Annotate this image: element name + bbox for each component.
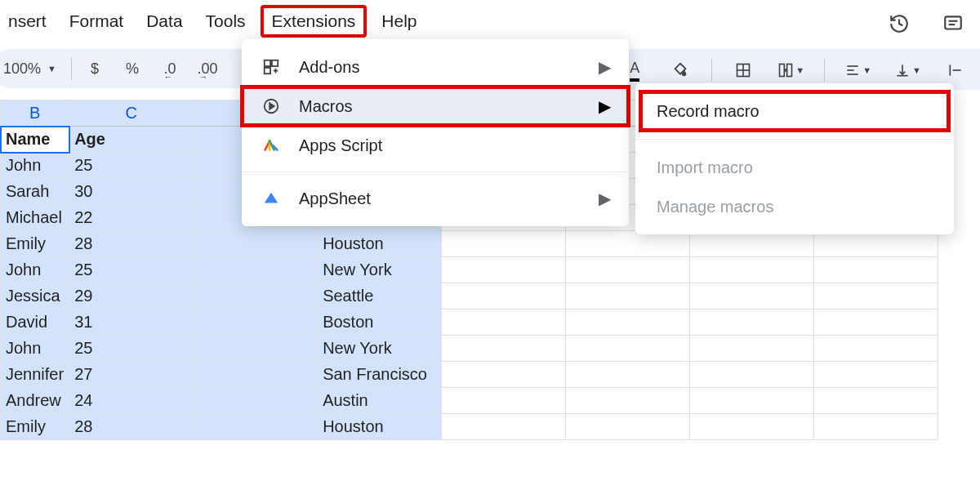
table-row[interactable]: John25New York [1,336,938,362]
column-header-c[interactable]: C [69,100,194,127]
cell[interactable]: Andrew [1,388,69,414]
cell[interactable] [690,336,814,362]
cell[interactable] [194,388,318,414]
column-header-b[interactable]: B [1,100,69,127]
menu-insert[interactable]: nsert [0,8,55,34]
cell[interactable] [566,362,690,388]
cell[interactable]: New York [318,336,442,362]
decrease-decimal-button[interactable]: .0← [155,54,185,83]
cell[interactable] [690,310,814,336]
cell[interactable]: New York [318,257,442,283]
table-row[interactable]: Emily28Houston [1,231,938,257]
format-percent-button[interactable]: % [118,54,147,83]
table-row[interactable]: John25New York [1,257,938,283]
table-row[interactable]: Jennifer27San Francisco [1,362,938,388]
table-row[interactable]: Jessica29Seattle [1,283,938,310]
cell[interactable]: Austin [318,388,442,414]
cell[interactable]: 25 [69,153,194,179]
cell[interactable] [814,231,938,257]
vertical-align-button[interactable]: ▼ [891,56,924,85]
borders-button[interactable] [728,56,758,85]
format-currency-button[interactable]: $ [80,54,109,83]
cell[interactable] [442,388,566,414]
cell[interactable]: Age [69,127,194,153]
cell[interactable] [194,362,318,388]
horizontal-align-button[interactable]: ▼ [841,56,875,85]
cell[interactable] [442,362,566,388]
table-row[interactable]: David31Boston [1,310,938,336]
cell[interactable]: David [1,310,69,336]
fill-color-button[interactable] [666,56,695,85]
menu-data[interactable]: Data [138,8,190,34]
cell[interactable]: 25 [69,336,194,362]
cell[interactable]: Houston [318,231,442,257]
zoom-dropdown[interactable]: 100% ▼ [0,54,63,83]
cell[interactable]: Jessica [1,283,69,310]
menu-item-appsheet[interactable]: AppSheet ▶ [242,179,629,218]
cell[interactable]: John [1,257,69,283]
cell[interactable] [566,336,690,362]
cell[interactable] [690,283,814,310]
cell[interactable]: 25 [69,257,194,283]
cell[interactable] [442,231,566,257]
cell[interactable]: 27 [69,362,194,388]
menu-tools[interactable]: Tools [198,8,254,34]
cell[interactable]: Name [1,127,69,153]
cell[interactable]: Boston [318,310,442,336]
submenu-record-macro[interactable]: Record macro [635,91,954,131]
increase-decimal-button[interactable]: .00→ [193,54,222,83]
cell[interactable] [690,231,814,257]
menu-help[interactable]: Help [373,8,425,34]
cell[interactable] [442,336,566,362]
cell[interactable] [194,336,318,362]
cell[interactable] [690,257,814,283]
cell[interactable] [690,362,814,388]
text-wrap-button[interactable] [941,56,970,85]
cell[interactable] [442,257,566,283]
cell[interactable]: 29 [69,283,194,310]
table-row[interactable]: Andrew24Austin [1,388,938,414]
cell[interactable] [566,310,690,336]
cell[interactable]: 28 [69,231,194,257]
cell[interactable] [566,257,690,283]
cell[interactable] [194,257,318,283]
comment-icon[interactable] [942,13,964,34]
cell[interactable]: 24 [69,388,194,414]
cell[interactable] [814,336,938,362]
cell[interactable] [566,414,690,440]
cell[interactable]: John [1,153,69,179]
cell[interactable] [442,283,566,310]
cell[interactable] [814,362,938,388]
cell[interactable] [814,310,938,336]
cell[interactable] [814,388,938,414]
cell[interactable]: Jennifer [1,362,69,388]
cell[interactable] [566,283,690,310]
cell[interactable]: Emily [1,414,69,440]
cell[interactable]: Michael [1,205,69,231]
cell[interactable] [814,283,938,310]
menu-extensions[interactable]: Extensions [261,5,368,38]
cell[interactable] [690,388,814,414]
cell[interactable] [814,414,938,440]
cell[interactable] [566,388,690,414]
cell[interactable]: 28 [69,414,194,440]
merge-cells-button[interactable]: ▼ [774,56,808,85]
cell[interactable]: Emily [1,231,69,257]
cell[interactable]: Sarah [1,179,69,205]
menu-item-addons[interactable]: Add-ons ▶ [242,47,629,87]
cell[interactable] [442,414,566,440]
cell[interactable]: Seattle [318,283,442,310]
cell[interactable]: 22 [69,205,194,231]
table-row[interactable]: Emily28Houston [1,414,938,440]
cell[interactable]: Houston [318,414,442,440]
menu-item-apps-script[interactable]: Apps Script [242,126,629,165]
cell[interactable] [566,231,690,257]
cell[interactable] [194,310,318,336]
cell[interactable]: 30 [69,179,194,205]
cell[interactable]: 31 [69,310,194,336]
cell[interactable] [194,414,318,440]
cell[interactable]: San Francisco [318,362,442,388]
cell[interactable]: John [1,336,69,362]
menu-format[interactable]: Format [61,8,132,34]
cell[interactable] [690,414,814,440]
